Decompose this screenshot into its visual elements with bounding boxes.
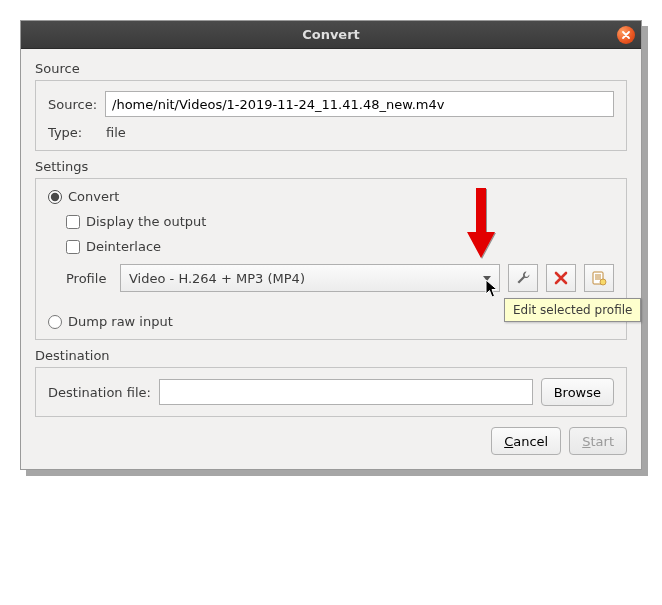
delete-profile-button[interactable] — [546, 264, 576, 292]
cancel-button[interactable]: Cancel — [491, 427, 561, 455]
titlebar: Convert — [21, 21, 641, 49]
convert-dialog: Convert Source Source: Type: file — [20, 20, 642, 470]
destination-section-title: Destination — [35, 348, 627, 363]
wrench-icon — [515, 270, 531, 286]
profile-select[interactable]: Video - H.264 + MP3 (MP4) — [120, 264, 500, 292]
type-value: file — [106, 125, 126, 140]
destination-section: Destination Destination file: Browse — [35, 348, 627, 417]
source-frame: Source: Type: file — [35, 80, 627, 151]
profile-row: Profile Video - H.264 + MP3 (MP4) — [66, 264, 614, 292]
convert-radio-input[interactable] — [48, 190, 62, 204]
start-button[interactable]: Start — [569, 427, 627, 455]
settings-section-title: Settings — [35, 159, 627, 174]
convert-radio[interactable]: Convert — [48, 189, 614, 204]
convert-radio-label: Convert — [68, 189, 119, 204]
dump-radio-input[interactable] — [48, 315, 62, 329]
source-section: Source Source: Type: file — [35, 61, 627, 151]
display-output-input[interactable] — [66, 215, 80, 229]
source-input[interactable] — [105, 91, 614, 117]
dump-radio-label: Dump raw input — [68, 314, 173, 329]
svg-point-4 — [600, 279, 606, 285]
dialog-content: Source Source: Type: file Settings Conve… — [21, 49, 641, 469]
deinterlace-label: Deinterlace — [86, 239, 161, 254]
close-icon — [621, 30, 631, 40]
profile-select-value: Video - H.264 + MP3 (MP4) — [129, 271, 305, 286]
settings-frame: Convert Display the output Deinterlace P… — [35, 178, 627, 340]
new-profile-button[interactable] — [584, 264, 614, 292]
destination-file-input[interactable] — [159, 379, 533, 405]
deinterlace-input[interactable] — [66, 240, 80, 254]
edit-profile-button[interactable] — [508, 264, 538, 292]
deinterlace-checkbox[interactable]: Deinterlace — [66, 239, 614, 254]
settings-section: Settings Convert Display the output Dein… — [35, 159, 627, 340]
dialog-footer: Cancel Start — [35, 427, 627, 455]
new-profile-icon — [591, 270, 607, 286]
destination-file-label: Destination file: — [48, 385, 151, 400]
source-label: Source: — [48, 97, 97, 112]
source-section-title: Source — [35, 61, 627, 76]
browse-button[interactable]: Browse — [541, 378, 614, 406]
window-title: Convert — [302, 27, 360, 42]
destination-frame: Destination file: Browse — [35, 367, 627, 417]
profile-label: Profile — [66, 271, 112, 286]
edit-profile-tooltip: Edit selected profile — [504, 298, 641, 322]
type-label: Type: — [48, 125, 98, 140]
x-icon — [554, 271, 568, 285]
display-output-checkbox[interactable]: Display the output — [66, 214, 614, 229]
display-output-label: Display the output — [86, 214, 206, 229]
close-button[interactable] — [617, 26, 635, 44]
convert-options: Display the output Deinterlace — [66, 214, 614, 254]
